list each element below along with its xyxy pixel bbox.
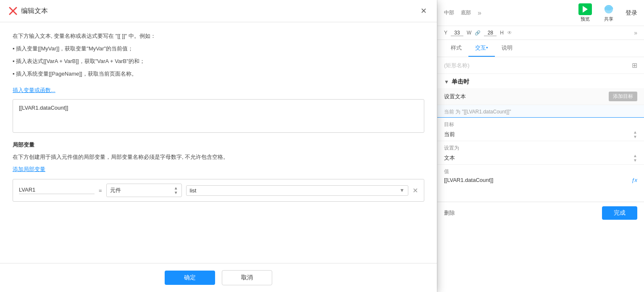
y-value[interactable]: 33 xyxy=(451,30,463,36)
lock-icon: 🔗 xyxy=(475,30,481,36)
add-target-button[interactable]: 添加目标 xyxy=(609,92,637,101)
visibility-icon[interactable]: 👁 xyxy=(507,30,512,36)
action-row: 设置文本 添加目标 xyxy=(437,88,644,105)
right-header-nav: 中部 底部 » xyxy=(444,8,481,18)
target-arrows-icon[interactable]: ▲▼ xyxy=(633,130,637,139)
dialog-overlay: 编辑文本 ✕ 在下方输入文本, 变量名称或表达式要写在 "[[ ]]" 中。例如… xyxy=(0,0,437,292)
action-name: 设置文本 xyxy=(444,93,466,100)
local-var-section-title: 局部变量 xyxy=(13,141,424,149)
nav-center[interactable]: 中部 xyxy=(444,8,454,18)
instruction-line2: ▪ 插入变量[[MyVar]]，获取变量"MyVar"的当前值； xyxy=(13,43,424,54)
set-as-value[interactable]: 文本 xyxy=(444,154,455,162)
on-click-section-title: 单击时 xyxy=(452,78,469,86)
target-label: 目标 xyxy=(444,121,637,128)
set-as-field-row: 设置为 文本 ▲▼ xyxy=(437,141,644,165)
tab-desc[interactable]: 说明 xyxy=(495,40,519,57)
bottom-action-row: 删除 完成 xyxy=(437,202,644,224)
svg-point-0 xyxy=(605,6,612,11)
value-input[interactable]: [[LVAR1.dataCount]] xyxy=(444,177,631,183)
rect-name-placeholder[interactable]: (矩形名称) xyxy=(444,62,470,69)
preview-icon xyxy=(578,3,592,15)
var-name-input[interactable] xyxy=(19,187,95,194)
share-icon xyxy=(602,3,615,15)
add-local-var-link[interactable]: 添加局部变量 xyxy=(13,166,45,173)
delete-link[interactable]: 删除 xyxy=(444,209,455,217)
right-header-actions: 预览 共享 登录 xyxy=(578,3,637,22)
var-type-label: 元件 xyxy=(110,187,121,194)
local-var-desc: 在下方创建用于插入元件值的局部变量，局部变量名称必须是字母数字, 不允许包含空格… xyxy=(13,152,424,162)
target-value[interactable]: 当前 xyxy=(444,131,455,138)
var-value-select[interactable]: list ▼ xyxy=(186,185,408,196)
instruction-line1: 在下方输入文本, 变量名称或表达式要写在 "[[ ]]" 中。例如： xyxy=(13,31,424,42)
action-current-value: 当前 为 "[[LVAR1.dataCount]]" xyxy=(437,105,644,118)
dialog-title: 编辑文本 xyxy=(21,7,48,16)
settings-icon[interactable]: ⊞ xyxy=(632,61,637,69)
done-button[interactable]: 完成 xyxy=(602,206,637,220)
right-header: 中部 底部 » 预览 共享 登录 xyxy=(437,0,644,26)
dialog-body: 在下方输入文本, 变量名称或表达式要写在 "[[ ]]" 中。例如： ▪ 插入变… xyxy=(0,22,437,263)
w-label: W xyxy=(467,30,471,36)
set-as-label: 设置为 xyxy=(444,145,637,152)
rect-name-row: (矩形名称) ⊞ xyxy=(437,57,644,74)
play-triangle-icon xyxy=(583,6,588,13)
section-chevron-icon[interactable]: ▼ xyxy=(444,79,449,85)
instruction-line4: ▪ 插入系统变量[[PageName]]，获取当前页面名称。 xyxy=(13,68,424,79)
preview-label: 预览 xyxy=(581,16,590,22)
y-label: Y xyxy=(444,30,447,36)
h-label: H xyxy=(500,30,504,36)
cancel-button[interactable]: 取消 xyxy=(222,270,272,285)
var-row: = 元件 ▲▼ list ▼ ✕ xyxy=(13,179,424,202)
nav-bottom[interactable]: 底部 xyxy=(461,8,471,18)
var-type-arrows-icon: ▲▼ xyxy=(174,186,178,195)
insert-var-link[interactable]: 插入变量或函数... xyxy=(13,87,55,94)
close-button[interactable]: ✕ xyxy=(418,6,428,16)
w-value[interactable]: 28 xyxy=(484,30,497,36)
confirm-button[interactable]: 确定 xyxy=(165,271,215,285)
textarea-value: [[LVAR1.dataCount]] xyxy=(19,105,68,111)
tab-style[interactable]: 样式 xyxy=(444,40,468,57)
app-logo xyxy=(8,6,18,16)
nav-chevron-icon[interactable]: » xyxy=(478,9,481,17)
toolbar-chevron-icon[interactable]: » xyxy=(634,29,637,36)
var-type-select[interactable]: 元件 ▲▼ xyxy=(106,184,182,197)
on-click-section-header: ▼ 单击时 xyxy=(437,74,644,88)
var-delete-button[interactable]: ✕ xyxy=(413,187,418,195)
value-input-row: [[LVAR1.dataCount]] ƒx xyxy=(444,177,637,183)
target-field-row: 目标 当前 ▲▼ xyxy=(437,118,644,141)
instructions: 在下方输入文本, 变量名称或表达式要写在 "[[ ]]" 中。例如： ▪ 插入变… xyxy=(13,31,424,79)
var-value-chevron-icon: ▼ xyxy=(400,187,405,193)
preview-button[interactable]: 预览 xyxy=(578,3,592,22)
text-area[interactable]: [[LVAR1.dataCount]] xyxy=(13,99,424,133)
login-button[interactable]: 登录 xyxy=(626,9,637,17)
set-as-value-row: 文本 ▲▼ xyxy=(444,153,637,163)
share-button[interactable]: 共享 xyxy=(602,3,615,22)
value-row: 值 [[LVAR1.dataCount]] ƒx xyxy=(437,165,644,185)
var-value-label: list xyxy=(190,187,197,194)
right-toolbar: Y 33 W 🔗 28 H 👁 » xyxy=(437,26,644,40)
right-content: (矩形名称) ⊞ ▼ 单击时 设置文本 添加目标 当前 为 "[[LVAR1.d… xyxy=(437,57,644,292)
dialog-header-left: 编辑文本 xyxy=(8,6,48,16)
share-label: 共享 xyxy=(604,16,613,22)
value-label: 值 xyxy=(444,168,637,175)
set-as-arrows-icon[interactable]: ▲▼ xyxy=(633,153,637,163)
right-tabs: 样式 交互• 说明 xyxy=(437,40,644,57)
tab-interact[interactable]: 交互• xyxy=(468,40,495,57)
fx-button[interactable]: ƒx xyxy=(631,177,637,183)
dialog-header: 编辑文本 ✕ xyxy=(0,0,437,22)
equals-sign: = xyxy=(99,187,102,194)
instruction-line3: ▪ 插入表达式[[VarA + VarB]]，获取"VarA + VarB"的和… xyxy=(13,56,424,67)
right-panel: 中部 底部 » 预览 共享 登录 xyxy=(437,0,644,292)
edit-text-dialog: 编辑文本 ✕ 在下方输入文本, 变量名称或表达式要写在 "[[ ]]" 中。例如… xyxy=(0,0,437,292)
target-value-row: 当前 ▲▼ xyxy=(444,130,637,139)
dialog-footer: 确定 取消 xyxy=(0,263,437,292)
